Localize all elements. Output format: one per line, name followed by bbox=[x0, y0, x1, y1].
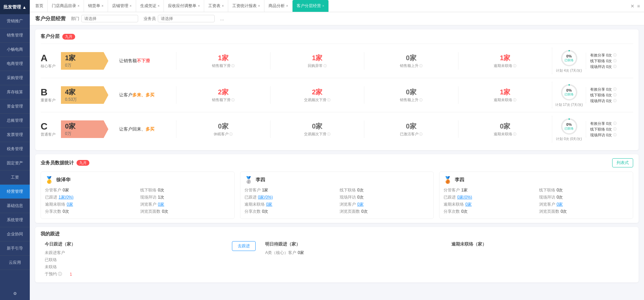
sidebar-item-purchase[interactable]: 采购管理 bbox=[0, 71, 30, 85]
staff-stat-val[interactable]: 0家 bbox=[266, 202, 273, 207]
staff-stat-val[interactable]: 0家 bbox=[465, 202, 472, 207]
tab-customer-tier[interactable]: 客户分层经营× bbox=[293, 0, 329, 12]
close-tab-customer-tier[interactable]: × bbox=[322, 4, 324, 8]
close-tab-sales-order[interactable]: × bbox=[102, 4, 104, 8]
sidebar-item-invoice[interactable]: 发票管理 bbox=[0, 128, 30, 142]
tier-label-C: C 普通客户 bbox=[41, 122, 61, 137]
circle-container: 0% 已联络 bbox=[560, 49, 579, 68]
staff-stat-val[interactable]: 0家(0%) bbox=[457, 194, 472, 200]
sidebar-settings[interactable]: ⚙ bbox=[0, 287, 30, 300]
sidebar-item-inventory[interactable]: 库存核算 bbox=[0, 85, 30, 99]
tab-label-payroll-sheet: 工资表 bbox=[208, 3, 220, 9]
info-icon[interactable]: ⓘ bbox=[513, 64, 516, 68]
staff-stat-val[interactable]: 1家(0%) bbox=[59, 194, 73, 200]
info-icon[interactable]: ⓘ bbox=[231, 98, 235, 102]
close-tab-receivable[interactable]: × bbox=[198, 4, 200, 8]
staff-stat-row: 现场拜访0次 bbox=[539, 194, 629, 200]
tab-store-products[interactable]: 门店商品目录× bbox=[48, 0, 84, 12]
go-followup-button[interactable]: 去跟进 bbox=[232, 241, 256, 251]
staff-stat-label: 现场拜访 bbox=[539, 194, 555, 200]
info-icon[interactable]: ⓘ bbox=[323, 64, 327, 68]
close-tab-payroll-report[interactable]: × bbox=[258, 4, 260, 8]
info-icon[interactable]: ⓘ bbox=[419, 98, 423, 102]
info-icon[interactable]: ⓘ bbox=[613, 121, 617, 126]
sidebar-item-collab[interactable]: 企业协同 bbox=[0, 227, 30, 241]
tab-payroll-report[interactable]: 工资统计报表× bbox=[228, 0, 264, 12]
sidebar-item-finance[interactable]: 资金管理 bbox=[0, 99, 30, 114]
tab-sales-order[interactable]: 销货单× bbox=[84, 0, 108, 12]
sidebar-item-cloud[interactable]: 云应用 bbox=[0, 256, 30, 270]
follow-row-label: 未联络 bbox=[45, 264, 68, 270]
staff-stat-val[interactable]: 0家 bbox=[158, 202, 164, 207]
follow-row: 未联络 bbox=[45, 264, 222, 270]
staff-stat-val[interactable]: 0家 bbox=[557, 202, 563, 207]
info-icon[interactable]: ⓘ bbox=[613, 64, 617, 69]
sidebar-item-sales[interactable]: 销售管理 bbox=[0, 28, 30, 43]
stat-row: 现场拜访 0次 ⓘ bbox=[590, 98, 633, 103]
info-icon[interactable]: ⓘ bbox=[613, 127, 617, 132]
staff-stat-val: 0次 bbox=[561, 209, 567, 214]
tab-payroll-sheet[interactable]: 工资表× bbox=[204, 0, 228, 12]
info-icon[interactable]: ⓘ bbox=[613, 87, 617, 92]
sidebar-item-ledger[interactable]: 总账管理 bbox=[0, 114, 30, 128]
staff-stat-val[interactable]: 0家 bbox=[67, 202, 73, 207]
close-tab-store-products[interactable]: × bbox=[78, 4, 80, 8]
sidebar-item-assets[interactable]: 固定资产 bbox=[0, 156, 30, 170]
staff-stat-row: 现场拜访0次 bbox=[340, 194, 429, 200]
sidebar-item-ecommerce[interactable]: 电商管理 bbox=[0, 57, 30, 71]
staff-stat-row: 逾期未联络0家 bbox=[45, 202, 135, 207]
sidebar-item-ecommerce-small[interactable]: 小畅电商 bbox=[0, 43, 30, 57]
dept-select[interactable] bbox=[81, 15, 138, 22]
info-icon[interactable]: ⓘ bbox=[613, 93, 617, 97]
tomorrow-follow-title: 明日待跟进（家） bbox=[265, 241, 443, 247]
staff-stats-month: 九月 bbox=[77, 160, 89, 166]
list-view-button[interactable]: 列表式 bbox=[612, 158, 633, 167]
content-area: 客户分层 九月 A 核心客户 1家 0万 让销售额不下滑 1家 销售额下滑 ⓘ … bbox=[30, 25, 644, 300]
info-icon[interactable]: ⓘ bbox=[419, 132, 423, 137]
tab-store-mgmt[interactable]: 店铺管理× bbox=[108, 0, 136, 12]
info-icon[interactable]: ⓘ bbox=[229, 132, 233, 137]
info-icon[interactable]: ⓘ bbox=[513, 132, 516, 137]
sidebar-item-basic[interactable]: 基础信息 bbox=[0, 199, 30, 213]
circle-text: 0% 已联络 bbox=[564, 54, 574, 63]
sidebar-item-operations[interactable]: 经营管理 bbox=[0, 185, 30, 199]
sidebar-item-guide[interactable]: 新手引导 bbox=[0, 241, 30, 256]
tier-bar-area-C: 0家 0万 bbox=[61, 120, 115, 138]
close-tab-voucher[interactable]: × bbox=[158, 4, 160, 8]
info-icon[interactable]: ⓘ bbox=[327, 132, 330, 137]
tab-receivable[interactable]: 应收应付调整单× bbox=[164, 0, 204, 12]
sidebar-item-tax[interactable]: 税务管理 bbox=[0, 142, 30, 156]
sidebar-top[interactable]: 批发管理 ▲ bbox=[0, 0, 30, 14]
staff-stat-val[interactable]: 0家(0%) bbox=[258, 194, 273, 200]
close-tab-payroll-sheet[interactable]: × bbox=[222, 4, 224, 8]
staff-stat-val[interactable]: 0家 bbox=[357, 202, 364, 207]
close-tab-store-mgmt[interactable]: × bbox=[130, 4, 132, 8]
staff-stat-row: 已跟进0家(0%) bbox=[244, 194, 334, 200]
info-icon[interactable]: ⓘ bbox=[327, 98, 330, 102]
tab-home[interactable]: 首页 bbox=[31, 0, 48, 12]
follow-section: 我的跟进 今日跟进（家） 未跟进客户已联络未联络于预约 ⓘ1 去跟进 明日待跟进… bbox=[35, 227, 639, 282]
info-icon[interactable]: ⓘ bbox=[613, 98, 617, 103]
tab-menu-icon[interactable]: ≡ bbox=[637, 3, 640, 9]
staff-stat-row: 浏览页面数0次 bbox=[340, 209, 429, 214]
sidebar-item-system[interactable]: 系统管理 bbox=[0, 213, 30, 227]
sidebar-top-label: 批发管理 bbox=[3, 4, 21, 10]
close-all-tabs-icon[interactable]: ✕ bbox=[630, 3, 635, 9]
close-tab-product-analysis[interactable]: × bbox=[286, 4, 288, 8]
info-icon[interactable]: ⓘ bbox=[419, 64, 423, 68]
info-icon[interactable]: ⓘ bbox=[613, 133, 617, 137]
info-icon[interactable]: ⓘ bbox=[613, 59, 617, 63]
info-icon[interactable]: ⓘ bbox=[231, 64, 235, 68]
staff-select[interactable] bbox=[158, 15, 215, 22]
metric-count: 2家 bbox=[218, 88, 229, 97]
metric-count: 1家 bbox=[312, 53, 322, 63]
tab-voucher[interactable]: 生成凭证× bbox=[136, 0, 164, 12]
staff-card-李四: 🥈 李四 分管客户1家线下联络0次已跟进0家(0%)现场拜访0次逾期未联络0家浏… bbox=[240, 171, 434, 219]
sidebar-item-payroll[interactable]: 工资 bbox=[0, 170, 30, 185]
tab-product-analysis[interactable]: 商品分析× bbox=[264, 0, 293, 12]
more-filters-icon[interactable]: ... bbox=[220, 16, 224, 21]
info-icon[interactable]: ⓘ bbox=[513, 98, 516, 102]
info-icon[interactable]: ⓘ bbox=[613, 53, 617, 57]
sidebar-item-marketing[interactable]: 营销推广 bbox=[0, 14, 30, 28]
metric-item: 0家 交易频次下滑 ⓘ bbox=[270, 120, 364, 138]
